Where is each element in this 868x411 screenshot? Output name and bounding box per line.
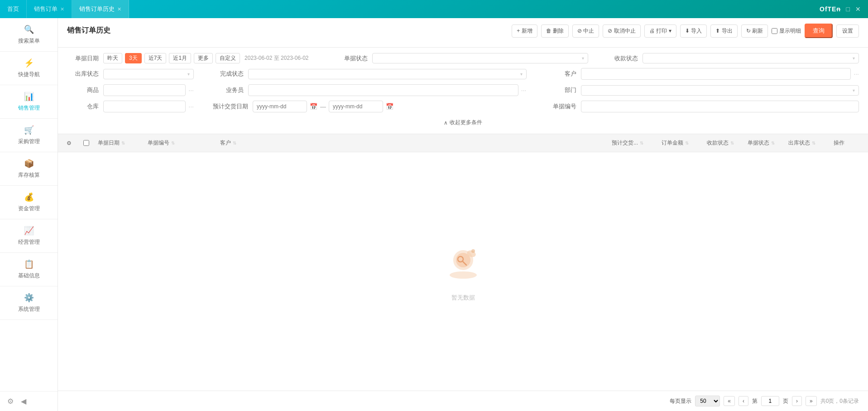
- complete-arrow: ▾: [520, 72, 523, 77]
- th-bill-status[interactable]: 单据状态 ⇅: [744, 135, 785, 151]
- sidebar-settings-icon[interactable]: ⚙: [7, 397, 14, 406]
- main-layout: 🔍 搜索菜单 ⚡ 快捷导航 📊 销售管理 🛒 采购管理 📦 库存核算 💰 资金管…: [0, 18, 868, 411]
- th-amount[interactable]: 订单金额 ⇅: [658, 135, 703, 151]
- sidebar-expand-icon[interactable]: ◀: [21, 397, 26, 406]
- filter-section: 单据日期 昨天 3天 近7天 近1月 更多 自定义 2023-06-02 至 2…: [58, 48, 868, 134]
- refresh-button-label: ↻ 刷新: [746, 27, 763, 35]
- sidebar-item-system-mgmt[interactable]: ⚙️ 系统管理: [0, 286, 58, 320]
- stop-button[interactable]: ⊘ 中止: [572, 24, 599, 38]
- salesperson-input[interactable]: [248, 84, 518, 96]
- print-button[interactable]: 🖨 打印 ▾: [644, 24, 676, 38]
- salesperson-ellipsis[interactable]: ···: [521, 87, 527, 94]
- customer-ellipsis[interactable]: ···: [854, 70, 859, 77]
- warehouse-input[interactable]: [103, 101, 186, 112]
- tab-home-label: 首页: [7, 5, 19, 13]
- inventory-icon: 📦: [24, 159, 34, 169]
- table-settings-icon[interactable]: ⚙: [67, 140, 72, 146]
- sidebar-item-operations[interactable]: 📈 经营管理: [0, 219, 58, 253]
- th-customer[interactable]: 客户 ⇅: [216, 135, 608, 151]
- collapse-row[interactable]: ∧ 收起更多条件: [67, 117, 859, 128]
- close-icon[interactable]: ✕: [855, 5, 861, 13]
- cancel-stop-button[interactable]: ⊘ 取消中止: [603, 24, 640, 38]
- sidebar-item-purchase-mgmt[interactable]: 🛒 采购管理: [0, 119, 58, 152]
- empty-state-icon: [441, 241, 486, 286]
- sidebar-item-basic-info[interactable]: 📋 基础信息: [0, 253, 58, 286]
- import-button[interactable]: ⬇ 导入: [680, 24, 707, 38]
- th-delivery[interactable]: 预计交货... ⇅: [608, 135, 658, 151]
- th-stock-status-sort[interactable]: ⇅: [812, 140, 815, 145]
- goods-ellipsis[interactable]: ···: [188, 87, 194, 94]
- th-checkbox[interactable]: [78, 135, 94, 150]
- stock-out-select[interactable]: ▾: [103, 69, 194, 79]
- warehouse-ellipsis[interactable]: ···: [188, 103, 194, 110]
- th-sn-sort[interactable]: ⇅: [171, 140, 175, 145]
- th-pay-status-sort[interactable]: ⇅: [730, 140, 734, 145]
- complete-select[interactable]: ▾: [248, 69, 527, 79]
- sidebar-item-sales-mgmt[interactable]: 📊 销售管理: [0, 85, 58, 119]
- last-page-button[interactable]: »: [806, 396, 817, 406]
- query-button[interactable]: 查询: [805, 24, 833, 38]
- th-bill-status-sort[interactable]: ⇅: [771, 140, 775, 145]
- date-filter: 昨天 3天 近7天 近1月 更多 自定义 2023-06-02 至 2023-0…: [103, 53, 309, 63]
- operations-icon: 📈: [24, 226, 34, 236]
- tab-sales-order[interactable]: 销售订单 ✕: [27, 0, 72, 18]
- empty-state: 暂无数据: [58, 152, 868, 391]
- date-filter-label: 单据日期: [67, 54, 103, 63]
- display-cols-checkbox[interactable]: 显示明细: [772, 27, 801, 35]
- select-all-checkbox[interactable]: [83, 140, 89, 146]
- delivery-date-to-cal[interactable]: 📅: [386, 103, 393, 110]
- date-btn-7days[interactable]: 近7天: [144, 53, 167, 63]
- th-sn[interactable]: 单据编号 ⇅: [144, 135, 216, 151]
- tab-sales-order-close[interactable]: ✕: [60, 6, 64, 12]
- refresh-button[interactable]: ↻ 刷新: [741, 24, 768, 38]
- date-btn-3days[interactable]: 3天: [125, 53, 142, 63]
- tab-sales-order-history-close[interactable]: ✕: [117, 6, 121, 12]
- settings-button[interactable]: 设置: [836, 24, 859, 38]
- delivery-date-from[interactable]: [253, 101, 307, 112]
- th-settings[interactable]: ⚙: [60, 135, 78, 151]
- maximize-icon[interactable]: □: [846, 5, 850, 13]
- delivery-date-to[interactable]: [329, 101, 383, 112]
- bill-status-select[interactable]: ▾: [372, 53, 589, 63]
- dept-select[interactable]: ▾: [581, 85, 859, 96]
- date-btn-custom[interactable]: 自定义: [216, 53, 240, 63]
- customer-input[interactable]: [581, 68, 851, 80]
- delete-button[interactable]: 🗑 删除: [541, 24, 569, 38]
- sidebar-item-finance[interactable]: 💰 资金管理: [0, 186, 58, 219]
- th-stock-status[interactable]: 出库状态 ⇅: [785, 135, 830, 151]
- sidebar-item-search-menu-label: 搜索菜单: [18, 37, 40, 45]
- tab-sales-order-history[interactable]: 销售订单历史 ✕: [72, 0, 129, 18]
- bill-no-input[interactable]: [581, 101, 859, 112]
- goods-input[interactable]: [103, 84, 186, 96]
- th-date-sort[interactable]: ⇅: [121, 140, 125, 145]
- page-title: 销售订单历史: [67, 26, 110, 35]
- th-customer-sort[interactable]: ⇅: [233, 140, 236, 145]
- page-number-input[interactable]: [761, 396, 779, 406]
- quick-nav-icon: ⚡: [24, 58, 34, 68]
- sidebar-item-search-menu[interactable]: 🔍 搜索菜单: [0, 18, 58, 52]
- page-size-select[interactable]: 50 10 20 100: [695, 396, 720, 406]
- query-button-label: 查询: [813, 27, 825, 34]
- first-page-button[interactable]: «: [724, 396, 735, 406]
- next-page-button[interactable]: ›: [792, 396, 802, 406]
- display-cols-input[interactable]: [772, 28, 777, 34]
- bill-no-label: 单据编号: [545, 102, 581, 111]
- new-button[interactable]: + 新增: [512, 24, 537, 38]
- pay-status-label: 收款状态: [606, 54, 643, 63]
- date-btn-yesterday[interactable]: 昨天: [103, 53, 122, 63]
- date-btn-1month[interactable]: 近1月: [169, 53, 191, 63]
- print-button-label: 🖨 打印: [649, 27, 667, 35]
- th-delivery-sort[interactable]: ⇅: [640, 140, 643, 145]
- sidebar-item-inventory[interactable]: 📦 库存核算: [0, 152, 58, 186]
- filter-row-2: 出库状态 ▾ 完成状态 ▾ 客户 ···: [67, 68, 859, 80]
- th-pay-status[interactable]: 收款状态 ⇅: [703, 135, 744, 151]
- sidebar-item-quick-nav[interactable]: ⚡ 快捷导航: [0, 52, 58, 85]
- th-date[interactable]: 单据日期 ⇅: [94, 135, 144, 151]
- delivery-date-from-cal[interactable]: 📅: [310, 103, 317, 110]
- date-btn-more[interactable]: 更多: [194, 53, 213, 63]
- prev-page-button[interactable]: ‹: [739, 396, 748, 406]
- export-button[interactable]: ⬆ 导出: [710, 24, 737, 38]
- pay-status-select[interactable]: ▾: [643, 53, 859, 63]
- th-amount-sort[interactable]: ⇅: [685, 140, 689, 145]
- tab-home[interactable]: 首页: [0, 0, 27, 18]
